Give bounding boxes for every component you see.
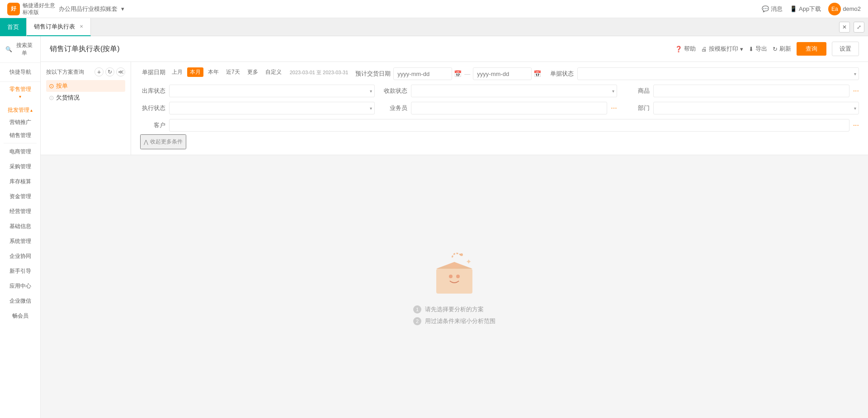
left-panel-header: 按以下方案查询 + ↻ ≪ [46, 67, 125, 76]
out-status-select[interactable] [169, 85, 375, 97]
svg-rect-0 [436, 269, 472, 294]
setting-button[interactable]: 设置 [832, 42, 859, 56]
print-icon: 🖨 [701, 46, 707, 52]
company-selector[interactable]: 办公用品行业模拟账套 ▾ [59, 5, 124, 13]
tree-item-按单[interactable]: ⊙ 按单 [46, 80, 125, 92]
tree-item-icon-欠货: ⊙ [49, 94, 54, 101]
empty-state-area: ✦ 1 请先选择要分析的方案 2 用过滤条件来缩小分析范围 [41, 155, 868, 418]
topbar-left: 好 畅捷通好生意 标准版 办公用品行业模拟账套 ▾ [7, 2, 124, 15]
customer-dots[interactable]: ··· [853, 122, 859, 129]
search-icon: 🔍 [5, 46, 12, 52]
add-scheme-btn[interactable]: + [94, 67, 104, 76]
sidebar-item-finance[interactable]: 资金管理 [0, 189, 40, 204]
avatar-icon: Ea [828, 3, 841, 15]
expected-date-to-input[interactable] [473, 67, 532, 80]
date-tab-this-year[interactable]: 本年 [205, 67, 222, 77]
goods-item: 商品 ··· [624, 85, 859, 97]
calendar-from-icon[interactable]: 📅 [454, 70, 462, 77]
customer-input[interactable] [169, 119, 849, 132]
date-range-display: 2023-03-01 至 2023-03-31 [290, 69, 349, 76]
dept-select[interactable] [653, 102, 859, 114]
help-btn[interactable]: ❓ 帮助 [675, 45, 696, 53]
close-tab-icon[interactable]: ✕ [80, 24, 83, 29]
date-tabs: 上月 本月 本年 近7天 更多 自定义 [169, 67, 284, 77]
out-status-label: 出库状态 [140, 87, 165, 95]
tabbar-actions: ✕ ⤢ [839, 22, 864, 33]
sidebar-item-newbie[interactable]: 新手引导 [0, 264, 40, 279]
print-btn[interactable]: 🖨 按模板打印 ▾ [701, 45, 743, 53]
message-icon: 💬 [762, 5, 769, 12]
export-icon: ⬇ [749, 46, 754, 52]
sidebar-item-membership[interactable]: 畅会员 [0, 309, 40, 323]
salesman-input[interactable] [411, 102, 607, 114]
empty-illustration: ✦ [427, 248, 481, 298]
collapse-left-btn[interactable]: ≪ [116, 67, 125, 76]
collapse-icon: ⋀ [144, 139, 148, 145]
sidebar-item-appstore[interactable]: 应用中心 [0, 279, 40, 294]
dept-item: 部门 ▾ [624, 102, 859, 114]
sidebar-item-purchase[interactable]: 采购管理 [0, 159, 40, 174]
exec-status-select[interactable] [169, 102, 375, 114]
expected-date-label: 预计交货日期 [355, 70, 391, 78]
customer-label: 客户 [140, 121, 165, 129]
salesman-dots[interactable]: ··· [611, 104, 617, 112]
message-nav[interactable]: 💬 消息 [762, 5, 783, 13]
status-label: 单据状态 [548, 70, 574, 78]
quick-nav-section: 快捷导航 [0, 63, 40, 82]
phone-icon: 📱 [790, 5, 797, 12]
quick-nav-btn[interactable]: 快捷导航 [0, 66, 40, 79]
sidebar-item-sales[interactable]: 销售管理 [0, 129, 40, 142]
date-tab-custom[interactable]: 自定义 [263, 67, 284, 77]
export-btn[interactable]: ⬇ 导出 [749, 45, 767, 53]
payment-status-select[interactable] [411, 85, 617, 97]
user-avatar[interactable]: Ea demo2 [828, 3, 861, 15]
search-menu-btn[interactable]: 🔍 搜索菜单 [4, 40, 37, 59]
goods-dots[interactable]: ··· [853, 87, 859, 95]
tip-num-2: 2 [413, 317, 421, 325]
sidebar-item-retail[interactable]: 零售管理 ▾ [0, 82, 40, 103]
home-tab-label: 首页 [7, 23, 19, 31]
topbar: 好 畅捷通好生意 标准版 办公用品行业模拟账套 ▾ 💬 消息 📱 App下载 E… [0, 0, 868, 18]
tree-item-欠货情况[interactable]: ⊙ 欠货情况 [46, 92, 125, 104]
payment-status-item: 收款状态 ▾ [382, 85, 617, 97]
sidebar-item-ecommerce[interactable]: 电商管理 [0, 144, 40, 159]
sidebar-item-system[interactable]: 系统管理 [0, 234, 40, 249]
sidebar-item-operations[interactable]: 经营管理 [0, 204, 40, 219]
sidebar-item-wholesale[interactable]: 批发管理 ▴ [0, 103, 40, 116]
calendar-to-icon[interactable]: 📅 [533, 70, 541, 77]
collapse-filter-btn[interactable]: ⋀ 收起更多条件 [140, 134, 186, 149]
goods-input[interactable] [653, 85, 849, 97]
date-tab-7days[interactable]: 近7天 [223, 67, 243, 77]
filter-area: 按以下方案查询 + ↻ ≪ ⊙ 按单 ⊙ 欠货情况 [41, 62, 868, 155]
logo-text: 畅捷通好生意 标准版 [23, 2, 55, 15]
sidebar-item-basic[interactable]: 基础信息 [0, 219, 40, 234]
refresh-scheme-btn[interactable]: ↻ [105, 67, 114, 76]
tree-item-icon-按单: ⊙ [49, 82, 54, 90]
app-download-nav[interactable]: 📱 App下载 [790, 5, 821, 13]
date-tab-more[interactable]: 更多 [245, 67, 261, 77]
expected-date-from-input[interactable] [393, 67, 452, 80]
help-icon: ❓ [675, 46, 682, 52]
tab-home[interactable]: 首页 [0, 18, 27, 36]
maximize-window-btn[interactable]: ⤢ [854, 22, 864, 33]
sidebar-label-retail: 零售管理 [9, 86, 31, 93]
sidebar-item-enterprise[interactable]: 企业协同 [0, 249, 40, 264]
date-tab-last-month[interactable]: 上月 [169, 67, 185, 77]
svg-point-1 [460, 253, 463, 256]
status-select[interactable] [577, 67, 859, 80]
sales-order-tab-label: 销售订单执行表 [34, 23, 75, 31]
sidebar-item-corp-wechat[interactable]: 企业微信 [0, 294, 40, 309]
query-button[interactable]: 查询 [797, 42, 826, 56]
close-window-btn[interactable]: ✕ [839, 22, 850, 33]
dept-label: 部门 [624, 104, 650, 112]
svg-text:✦: ✦ [466, 258, 472, 266]
sidebar-item-marketing[interactable]: 营销推广 [0, 116, 40, 129]
date-tab-this-month[interactable]: 本月 [187, 67, 203, 77]
sidebar-item-inventory[interactable]: 库存核算 [0, 174, 40, 189]
refresh-btn[interactable]: ↻ 刷新 [773, 45, 791, 53]
tabbar: 首页 销售订单执行表 ✕ ✕ ⤢ [0, 18, 868, 36]
tab-sales-order[interactable]: 销售订单执行表 ✕ [27, 18, 91, 36]
date-dash: — [464, 71, 470, 77]
content-area: 销售订单执行表(按单) ❓ 帮助 🖨 按模板打印 ▾ ⬇ 导出 ↻ 刷新 [41, 36, 868, 418]
exec-status-item: 执行状态 ▾ [140, 102, 375, 114]
